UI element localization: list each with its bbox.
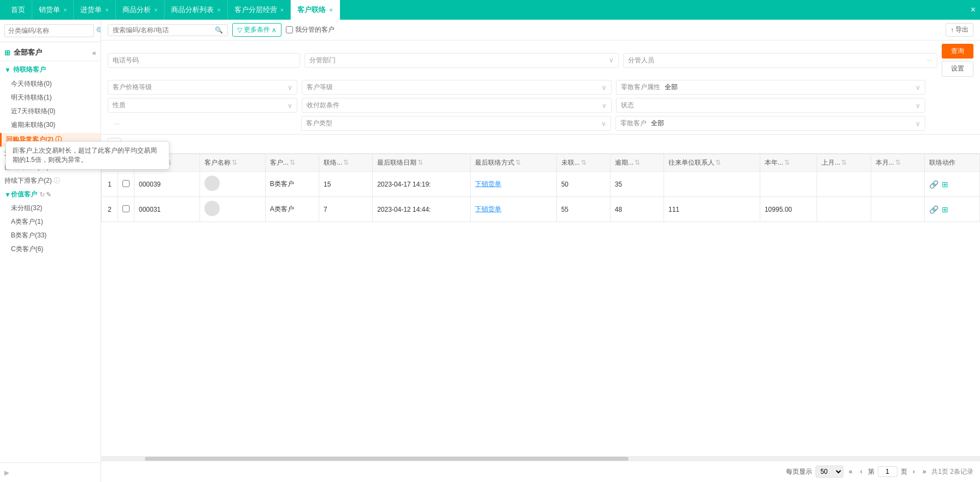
filter-person[interactable]: 分管人员 ··· — [623, 53, 937, 68]
tooltip-overlay: 距客户上次交易时长，超过了此客户的平均交易周期的1.5倍，则视为异常。 — [5, 141, 169, 170]
sidebar-search-area: 🔍 — [0, 20, 101, 42]
filter-dept-input[interactable] — [338, 56, 607, 64]
filter-scatter-attr[interactable]: 零散客户属性 全部 ∨ — [616, 80, 925, 95]
value-group-edit-icon[interactable]: ✎ — [46, 191, 51, 199]
tree-section-pending: ▼ 待联络客户 今天待联络(0) 明天待联络(1) 近7天待联络(0) 逾期未联… — [0, 61, 101, 133]
col-action: 联络动作 — [924, 154, 979, 172]
row1-unitcontact — [664, 172, 760, 197]
row1-lastmethod-link[interactable]: 下销货单 — [475, 180, 501, 188]
sort-overdue-icon[interactable]: ⇅ — [635, 159, 640, 166]
nav-home[interactable]: 首页 — [4, 0, 32, 20]
filter-bar: 🔍 ▽ 更多条件 ∧ 我分管的客户 ↑ 导出 — [101, 20, 980, 40]
sort-thismonth-icon[interactable]: ⇅ — [895, 159, 901, 166]
filter-status[interactable]: 状态 ∨ — [616, 98, 925, 113]
nav-customer-tier-close[interactable]: × — [280, 7, 284, 13]
table-area: ⚙ # 客户编码⇅ 客户名称⇅ — [101, 135, 980, 482]
row1-qr-icon[interactable]: ⊞ — [942, 180, 948, 189]
prev-page-button[interactable]: ‹ — [858, 467, 865, 477]
filter-scatter-customer-chevron: ∨ — [916, 120, 920, 127]
sort-lastmonth-icon[interactable]: ⇅ — [841, 159, 847, 166]
sort-name-icon[interactable]: ⇅ — [232, 159, 237, 166]
current-page-input[interactable] — [878, 466, 897, 477]
filter-phone-label: 电话号码 — [113, 56, 139, 65]
search-input[interactable] — [113, 26, 213, 34]
row2-notcontact: 55 — [556, 197, 610, 222]
tree-collapse-icon[interactable]: « — [92, 49, 96, 57]
nav-analysis-list[interactable]: 商品分析列表 × — [165, 0, 227, 20]
value-group-refresh-icon[interactable]: ↻ — [39, 191, 45, 199]
sort-level-icon[interactable]: ⇅ — [290, 159, 295, 166]
export-button[interactable]: ↑ 导出 — [946, 23, 973, 37]
row1-checkbox[interactable] — [122, 180, 130, 187]
row1-link-icon[interactable]: 🔗 — [929, 180, 938, 189]
row2-lastmethod-link[interactable]: 下销货单 — [475, 205, 501, 213]
sidebar-item-tomorrow[interactable]: 明天待联络(1) — [0, 91, 101, 104]
filter-person-label: 分管人员 — [628, 56, 654, 65]
sort-lastdate-icon[interactable]: ⇅ — [418, 159, 423, 166]
horizontal-scrollbar[interactable] — [101, 456, 980, 461]
sort-unitcontact-icon[interactable]: ⇅ — [715, 159, 721, 166]
setting-button[interactable]: 设置 — [942, 61, 973, 77]
sort-notcontact-icon[interactable]: ⇅ — [581, 159, 586, 166]
row1-avatar — [204, 176, 220, 191]
row2-lastmethod[interactable]: 下销货单 — [471, 197, 556, 222]
sort-method-icon[interactable]: ⇅ — [515, 159, 521, 166]
more-conditions-button[interactable]: ▽ 更多条件 ∧ — [232, 23, 281, 37]
row1-action-icons: 🔗 ⊞ — [929, 180, 975, 189]
row2-checkbox[interactable] — [122, 205, 130, 212]
row1-notcontact: 50 — [556, 172, 610, 197]
sort-contact-icon[interactable]: ⇅ — [343, 159, 349, 166]
sidebar-item-declining[interactable]: 持续下滑客户(2) ⓘ — [0, 174, 101, 188]
filter-nature[interactable]: 性质 ∨ — [108, 98, 297, 113]
sidebar-search-input[interactable] — [4, 24, 94, 37]
sidebar-item-7days[interactable]: 近7天待联络(0) — [0, 104, 101, 118]
sidebar-item-class-b[interactable]: B类客户(33) — [0, 229, 101, 242]
last-page-button[interactable]: » — [920, 467, 929, 477]
nav-analysis-list-close[interactable]: × — [217, 7, 220, 13]
filter-payment[interactable]: 收付款条件 ∨ — [302, 98, 611, 113]
nav-analysis[interactable]: 商品分析 × — [116, 0, 165, 20]
nav-sales-close[interactable]: × — [63, 7, 67, 13]
sidebar-item-overdue[interactable]: 逾期未联络(30) — [0, 118, 101, 132]
filter-customer-type[interactable]: 客户类型 ∨ — [301, 116, 611, 131]
tree-section-pending-header[interactable]: ▼ 待联络客户 — [0, 62, 101, 77]
filter-scatter-customer-label: 零散客户 — [620, 119, 647, 128]
query-button[interactable]: 查询 — [942, 44, 973, 59]
nav-customer-tier[interactable]: 客户分层经营 × — [228, 0, 291, 20]
filter-dept[interactable]: 分管部门 ∨ — [304, 53, 619, 68]
tree-value-group-header[interactable]: ▼ 价值客户 ↻ ✎ — [0, 188, 101, 201]
filter-phone-input[interactable] — [141, 56, 295, 64]
nav-sales-label: 销货单 — [39, 5, 60, 15]
nav-purchase[interactable]: 进货单 × — [74, 0, 115, 20]
filter-scatter-customer[interactable]: 零散客户 全部 ∨ — [615, 116, 925, 131]
row2-link-icon[interactable]: 🔗 — [929, 205, 938, 214]
nav-customer-contact-close[interactable]: × — [329, 7, 332, 13]
nav-purchase-close[interactable]: × — [105, 7, 108, 13]
filter-person-input[interactable] — [656, 56, 925, 64]
tree-root-all-customers[interactable]: ⊞ 全部客户 « — [0, 44, 101, 61]
window-close-button[interactable]: × — [971, 5, 976, 15]
filter-price-level[interactable]: 客户价格等级 ∨ — [108, 80, 297, 95]
sidebar-item-class-a[interactable]: A类客户(1) — [0, 215, 101, 229]
nav-purchase-label: 进货单 — [80, 5, 102, 15]
row1-lastmethod[interactable]: 下销货单 — [471, 172, 556, 197]
table-wrapper: # 客户编码⇅ 客户名称⇅ 客户...⇅ — [101, 154, 980, 456]
filter-customer-level[interactable]: 客户等级 ∨ — [302, 80, 611, 95]
sidebar-search-icon[interactable]: 🔍 — [96, 27, 101, 34]
my-customer-input[interactable] — [286, 26, 293, 33]
nav-sales[interactable]: 销货单 × — [32, 0, 74, 20]
first-page-button[interactable]: « — [847, 467, 855, 477]
nav-customer-contact[interactable]: 客户联络 × — [291, 0, 339, 20]
search-icon[interactable]: 🔍 — [215, 26, 223, 34]
nav-analysis-close[interactable]: × — [154, 7, 157, 13]
next-page-button[interactable]: › — [911, 467, 917, 477]
sort-thisyear-icon[interactable]: ⇅ — [784, 159, 790, 166]
row2-qr-icon[interactable]: ⊞ — [942, 205, 948, 214]
per-page-select[interactable]: 50 100 200 — [815, 466, 843, 478]
sidebar-item-ungrouped[interactable]: 未分组(32) — [0, 201, 101, 215]
sidebar-item-class-c[interactable]: C类客户(6) — [0, 242, 101, 256]
sidebar-item-today[interactable]: 今天待联络(0) — [0, 77, 101, 91]
filter-payment-chevron: ∨ — [602, 102, 607, 109]
top-nav: 首页 销货单 × 进货单 × 商品分析 × 商品分析列表 × 客户分层经营 × … — [0, 0, 980, 20]
my-customer-checkbox[interactable]: 我分管的客户 — [286, 25, 335, 34]
